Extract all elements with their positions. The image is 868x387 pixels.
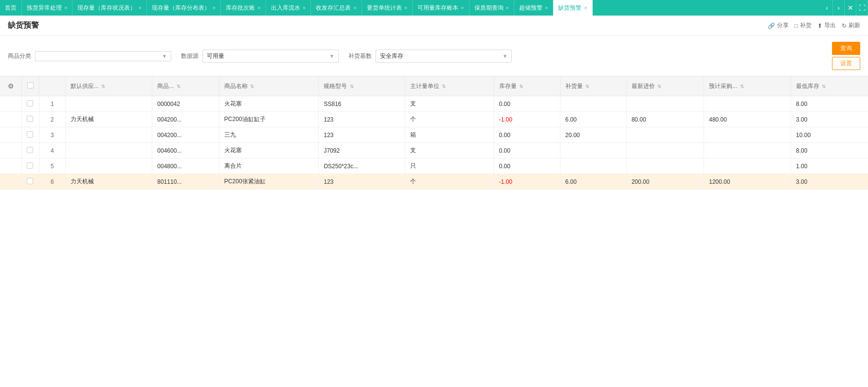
tab-receipt-summary[interactable]: 收发存汇总表 × bbox=[311, 0, 362, 16]
category-select-arrow-icon: ▼ bbox=[162, 53, 167, 59]
refresh-button[interactable]: ↻ 刷新 bbox=[842, 21, 860, 30]
tab-close-overstock[interactable]: × bbox=[545, 5, 548, 11]
query-button[interactable]: 查询 bbox=[832, 42, 860, 55]
cell-min-stock-0: 8.00 bbox=[791, 96, 868, 112]
cell-spec-3: J7092 bbox=[319, 143, 405, 158]
tab-available-ledger[interactable]: 可用量库存账本 × bbox=[413, 0, 469, 16]
datasource-select-arrow-icon: ▼ bbox=[329, 53, 334, 59]
sort-icon-replenish-qty: ⇅ bbox=[585, 84, 589, 89]
table-row: 5 004800... 离合片 DS250*23c... 只 0.00 1.00 bbox=[0, 158, 868, 174]
cell-checkbox-5 bbox=[22, 174, 39, 190]
th-spec[interactable]: 规格型号 ⇅ bbox=[319, 76, 405, 96]
category-filter-group: 商品分类 ▼ bbox=[8, 51, 171, 61]
cell-row-num-4: 5 bbox=[39, 158, 66, 174]
datasource-select-value: 可用量 bbox=[207, 52, 224, 60]
cell-gear-1 bbox=[0, 112, 22, 127]
row-checkbox-4[interactable] bbox=[27, 162, 33, 169]
row-checkbox-5[interactable] bbox=[27, 178, 33, 184]
tab-close-batch-account[interactable]: × bbox=[257, 5, 260, 11]
select-all-checkbox[interactable] bbox=[27, 82, 34, 88]
cell-stock-1: -1.00 bbox=[494, 112, 560, 127]
header-actions: 🔗 分享 □ 补货 ⬆ 导出 ↻ 刷新 bbox=[768, 21, 860, 30]
tab-exception[interactable]: 拣货异常处理 × bbox=[22, 0, 72, 16]
export-button[interactable]: ⬆ 导出 bbox=[817, 21, 836, 30]
category-select[interactable]: ▼ bbox=[35, 51, 171, 61]
share-icon: 🔗 bbox=[768, 22, 775, 29]
tab-inventory-dist[interactable]: 现存量（库存分布表） × bbox=[147, 0, 221, 16]
cell-spec-0: SS816 bbox=[319, 96, 405, 112]
tab-home[interactable]: 首页 bbox=[0, 0, 22, 16]
cell-unit-1: 个 bbox=[405, 112, 494, 127]
sort-icon-product-code: ⇅ bbox=[177, 84, 181, 89]
tab-inventory-status[interactable]: 现存量（库存状况表） × bbox=[72, 0, 146, 16]
tab-close-order-stats[interactable]: × bbox=[404, 5, 407, 11]
cell-spec-4: DS250*23c... bbox=[319, 158, 405, 174]
cell-estimated-purchase-3 bbox=[704, 143, 791, 158]
tab-close-expiry-query[interactable]: × bbox=[506, 5, 509, 11]
tab-scroll-right-btn[interactable]: › bbox=[833, 0, 845, 16]
cell-product-code-2: 004200... bbox=[152, 127, 219, 143]
tab-fullscreen-btn[interactable]: ⛶ bbox=[856, 0, 868, 16]
cell-latest-price-1: 80.00 bbox=[626, 112, 704, 127]
replenish-base-label: 补货基数 bbox=[348, 52, 372, 60]
tab-close-inventory-dist[interactable]: × bbox=[213, 5, 216, 11]
tab-close-all-btn[interactable]: ✕ bbox=[845, 0, 856, 16]
replenish-base-select-arrow-icon: ▼ bbox=[503, 53, 507, 59]
th-stock[interactable]: 库存量 ⇅ bbox=[494, 76, 560, 96]
th-product-code[interactable]: 商品... ⇅ bbox=[152, 76, 219, 96]
th-replenish-qty[interactable]: 补货量 ⇅ bbox=[560, 76, 626, 96]
row-checkbox-2[interactable] bbox=[27, 131, 33, 138]
tab-close-available-ledger[interactable]: × bbox=[461, 5, 464, 11]
cell-product-name-3: 火花塞 bbox=[219, 143, 319, 158]
tab-close-inout-flow[interactable]: × bbox=[303, 5, 306, 11]
cell-latest-price-0 bbox=[626, 96, 704, 112]
cell-supplier-2 bbox=[65, 127, 152, 143]
cell-replenish-qty-1: 6.00 bbox=[560, 112, 626, 127]
row-checkbox-3[interactable] bbox=[27, 147, 33, 153]
cell-replenish-qty-2: 20.00 bbox=[560, 127, 626, 143]
cell-product-name-2: 三九 bbox=[219, 127, 319, 143]
tab-close-inventory-status[interactable]: × bbox=[138, 5, 141, 11]
th-row-num bbox=[39, 76, 66, 96]
cell-replenish-qty-3 bbox=[560, 143, 626, 158]
table-row: 6 力天机械 801110... PC200张紧油缸 123 个 -1.00 6… bbox=[0, 174, 868, 190]
th-latest-price[interactable]: 最新进价 ⇅ bbox=[626, 76, 704, 96]
cell-estimated-purchase-1: 480.00 bbox=[704, 112, 791, 127]
cell-stock-2: 0.00 bbox=[494, 127, 560, 143]
column-settings-icon[interactable]: ⚙ bbox=[5, 80, 17, 92]
settings-button[interactable]: 设置 bbox=[832, 57, 860, 70]
cell-product-code-0: 0000042 bbox=[152, 96, 219, 112]
cell-unit-3: 支 bbox=[405, 143, 494, 158]
replenish-base-select-value: 安全库存 bbox=[380, 52, 403, 60]
cell-estimated-purchase-2 bbox=[704, 127, 791, 143]
cell-replenish-qty-5: 6.00 bbox=[560, 174, 626, 190]
share-button[interactable]: 🔗 分享 bbox=[768, 21, 789, 30]
th-default-supplier[interactable]: 默认供应... ⇅ bbox=[65, 76, 152, 96]
table-row: 4 004600... 火花塞 J7092 支 0.00 8.00 bbox=[0, 143, 868, 158]
tab-overstock[interactable]: 超储预警 × bbox=[514, 0, 553, 16]
tab-close-shortage[interactable]: × bbox=[584, 5, 587, 11]
page-title: 缺货预警 bbox=[8, 20, 39, 31]
row-checkbox-0[interactable] bbox=[27, 100, 33, 106]
cell-row-num-5: 6 bbox=[39, 174, 66, 190]
replenish-button[interactable]: □ 补货 bbox=[795, 21, 812, 30]
tab-scroll-left-btn[interactable]: ‹ bbox=[821, 0, 833, 16]
cell-product-name-0: 火花塞 bbox=[219, 96, 319, 112]
tab-order-stats[interactable]: 要货单统计表 × bbox=[362, 0, 413, 16]
row-checkbox-1[interactable] bbox=[27, 116, 33, 122]
datasource-select[interactable]: 可用量 ▼ bbox=[202, 50, 339, 63]
replenish-base-select[interactable]: 安全库存 ▼ bbox=[376, 50, 512, 63]
tab-close-exception[interactable]: × bbox=[64, 5, 67, 11]
page-header: 缺货预警 🔗 分享 □ 补货 ⬆ 导出 ↻ 刷新 bbox=[0, 16, 868, 36]
tab-expiry-query[interactable]: 保质期查询 × bbox=[470, 0, 514, 16]
tab-batch-account[interactable]: 库存批次账 × bbox=[221, 0, 266, 16]
th-estimated-purchase[interactable]: 预计采购... ⇅ bbox=[704, 76, 791, 96]
sort-icon-stock: ⇅ bbox=[519, 84, 523, 89]
th-product-name[interactable]: 商品名称 ⇅ bbox=[219, 76, 319, 96]
tab-inout-flow[interactable]: 出入库流水 × bbox=[266, 0, 311, 16]
tab-close-receipt-summary[interactable]: × bbox=[353, 5, 356, 11]
th-unit[interactable]: 主计量单位 ⇅ bbox=[405, 76, 494, 96]
cell-min-stock-2: 10.00 bbox=[791, 127, 868, 143]
th-min-stock[interactable]: 最低库存 ⇅ bbox=[791, 76, 868, 96]
tab-shortage[interactable]: 缺货预警 × bbox=[553, 0, 592, 16]
